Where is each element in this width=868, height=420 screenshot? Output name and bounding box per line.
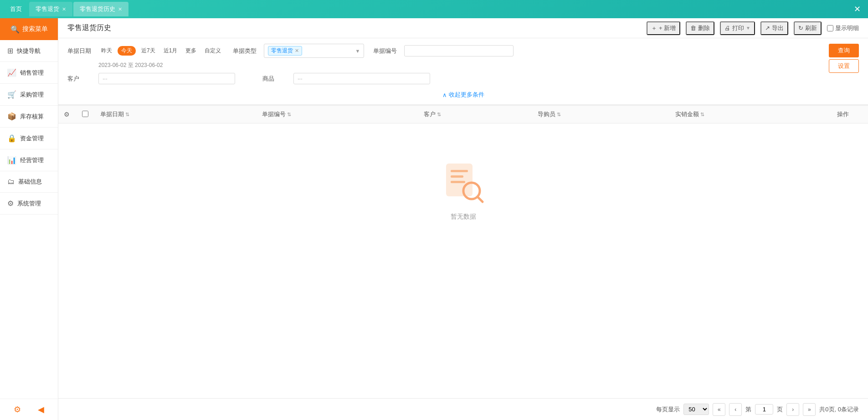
- tab-retail-return-close[interactable]: ✕: [62, 6, 66, 12]
- tab-retail-return-label: 零售退货: [36, 5, 59, 13]
- date-1month-btn[interactable]: 近1月: [161, 46, 180, 56]
- search-menu-button[interactable]: 🔍 搜索菜单: [0, 18, 58, 40]
- inventory-icon: 📦: [7, 112, 16, 121]
- system-icon: ⚙: [7, 199, 14, 208]
- collapse-sidebar-icon[interactable]: ◀: [38, 405, 44, 415]
- page-label: 第: [745, 405, 751, 414]
- filter-row-2: 客户 ··· 商品 ···: [67, 73, 820, 84]
- date-yesterday-btn[interactable]: 昨天: [98, 46, 115, 56]
- pagination-bar: 每页显示 10 20 50 100 « ‹ 第 页 › » 共0页, 0条记录: [58, 398, 868, 420]
- delete-button[interactable]: 🗑 删除: [686, 21, 714, 35]
- sidebar-item-label: 资金管理: [20, 134, 44, 143]
- refresh-button[interactable]: ↻ 刷新: [794, 21, 822, 35]
- purchase-icon: 🛒: [7, 90, 16, 99]
- th-customer[interactable]: 客户: [418, 106, 532, 123]
- type-select[interactable]: 零售退货 ✕ ▼: [264, 44, 364, 58]
- sidebar-item-sales[interactable]: 📈 销售管理: [0, 62, 58, 84]
- prev-page-button[interactable]: ‹: [729, 403, 742, 416]
- sidebar-item-inventory[interactable]: 📦 库存核算: [0, 106, 58, 128]
- sidebar-item-label: 系统管理: [17, 200, 41, 208]
- svg-rect-1: [451, 170, 468, 172]
- print-arrow-icon: ▼: [746, 26, 750, 31]
- toolbar: ＋ + 新增 🗑 删除 🖨 打印 ▼ ↗ 导出 ↻: [647, 21, 859, 35]
- goods-select[interactable]: ···: [293, 73, 430, 84]
- date-filter: 昨天 今天 近7天 近1月 更多 自定义: [98, 46, 224, 56]
- tab-retail-return-history-close[interactable]: ✕: [118, 6, 122, 12]
- tab-retail-return-history[interactable]: 零售退货历史 ✕: [73, 2, 128, 16]
- tab-home-label: 首页: [10, 5, 22, 13]
- search-menu-label: 搜索菜单: [22, 25, 48, 33]
- page-header: 零售退货历史 ＋ + 新增 🗑 删除 🖨 打印 ▼ ↗ 导出: [58, 18, 868, 38]
- show-detail-checkbox[interactable]: [827, 25, 833, 31]
- next-page-button[interactable]: ›: [786, 403, 799, 416]
- delete-icon: 🗑: [690, 25, 696, 31]
- table-settings-icon[interactable]: ⚙: [64, 111, 70, 118]
- print-button[interactable]: 🖨 打印 ▼: [720, 21, 755, 35]
- search-icon: 🔍: [10, 25, 20, 34]
- last-page-button[interactable]: »: [803, 403, 816, 416]
- data-table: ⚙ 单据日期 单据编号 客户 导购员 实销金额 操作: [58, 105, 868, 123]
- sidebar-item-label: 经营管理: [20, 156, 44, 164]
- svg-rect-2: [451, 175, 463, 178]
- finance-icon: 🔒: [7, 134, 16, 143]
- collapse-filter-button[interactable]: ∧ 收起更多条件: [442, 91, 484, 99]
- export-button[interactable]: ↗ 导出: [760, 21, 788, 35]
- sidebar-item-quick-nav[interactable]: ⊞ 快捷导航: [0, 40, 58, 62]
- svg-rect-0: [446, 164, 473, 196]
- th-date[interactable]: 单据日期: [95, 106, 257, 123]
- goods-ellipsis: ···: [298, 75, 303, 82]
- new-label: + 新增: [659, 24, 676, 32]
- sidebar-item-finance[interactable]: 🔒 资金管理: [0, 128, 58, 149]
- type-tag-close[interactable]: ✕: [295, 48, 299, 54]
- filter-row-1: 单据日期 昨天 今天 近7天 近1月 更多 自定义: [67, 44, 820, 58]
- date-7days-btn[interactable]: 近7天: [139, 46, 158, 56]
- goods-filter-label: 商品: [262, 75, 290, 83]
- filter-area: 单据日期 昨天 今天 近7天 近1月 更多 自定义: [58, 38, 868, 105]
- total-records: 共0页, 0条记录: [819, 405, 859, 414]
- empty-text: 暂无数据: [451, 213, 476, 221]
- th-guide[interactable]: 导购员: [532, 106, 670, 123]
- new-button[interactable]: ＋ + 新增: [647, 21, 680, 35]
- operations-icon: 📊: [7, 156, 16, 164]
- voucher-input[interactable]: [404, 45, 514, 56]
- settings-bottom-icon[interactable]: ⚙: [14, 405, 21, 415]
- tab-home[interactable]: 首页: [4, 2, 28, 16]
- top-bar: 首页 零售退货 ✕ 零售退货历史 ✕ ✕: [0, 0, 868, 18]
- th-checkbox: [77, 106, 95, 123]
- th-actions: 操作: [832, 106, 868, 123]
- window-close-button[interactable]: ✕: [850, 4, 864, 14]
- page-size-select[interactable]: 10 20 50 100: [683, 404, 709, 415]
- sidebar-item-purchase[interactable]: 🛒 采购管理: [0, 84, 58, 106]
- first-page-button[interactable]: «: [713, 403, 725, 416]
- customer-filter-label: 客户: [67, 75, 95, 83]
- page-number-input[interactable]: [755, 404, 773, 415]
- th-amount[interactable]: 实销金额: [670, 106, 832, 123]
- sidebar-item-label: 基础信息: [18, 178, 42, 186]
- select-all-checkbox[interactable]: [82, 111, 88, 117]
- tab-retail-return[interactable]: 零售退货 ✕: [29, 2, 72, 16]
- sales-icon: 📈: [7, 68, 16, 77]
- th-number[interactable]: 单据编号: [257, 106, 418, 123]
- print-label: 打印: [732, 24, 744, 32]
- type-tag-value: 零售退货: [271, 47, 293, 55]
- date-custom-btn[interactable]: 自定义: [202, 46, 224, 56]
- show-detail-label: 显示明细: [835, 24, 859, 32]
- filter-settings-button[interactable]: 设置: [829, 59, 859, 73]
- collapse-up-icon: ∧: [442, 92, 447, 98]
- type-tag: 零售退货 ✕: [268, 46, 302, 56]
- date-today-btn[interactable]: 今天: [118, 46, 136, 56]
- query-button[interactable]: 查询: [829, 44, 859, 57]
- collapse-label: 收起更多条件: [449, 91, 484, 99]
- customer-select[interactable]: ···: [98, 73, 235, 84]
- date-more-btn[interactable]: 更多: [183, 46, 199, 56]
- sidebar-item-label: 采购管理: [20, 91, 44, 99]
- basic-info-icon: 🗂: [7, 178, 15, 186]
- voucher-filter-label: 单据编号: [373, 47, 401, 55]
- sidebar-item-system[interactable]: ⚙ 系统管理: [0, 193, 58, 215]
- page-suffix: 页: [777, 405, 783, 414]
- sidebar-item-operations[interactable]: 📊 经营管理: [0, 149, 58, 171]
- sidebar-item-basic-info[interactable]: 🗂 基础信息: [0, 171, 58, 193]
- show-detail-container: 显示明细: [827, 24, 859, 32]
- empty-svg: [441, 160, 486, 205]
- content-area: 零售退货历史 ＋ + 新增 🗑 删除 🖨 打印 ▼ ↗ 导出: [58, 18, 868, 420]
